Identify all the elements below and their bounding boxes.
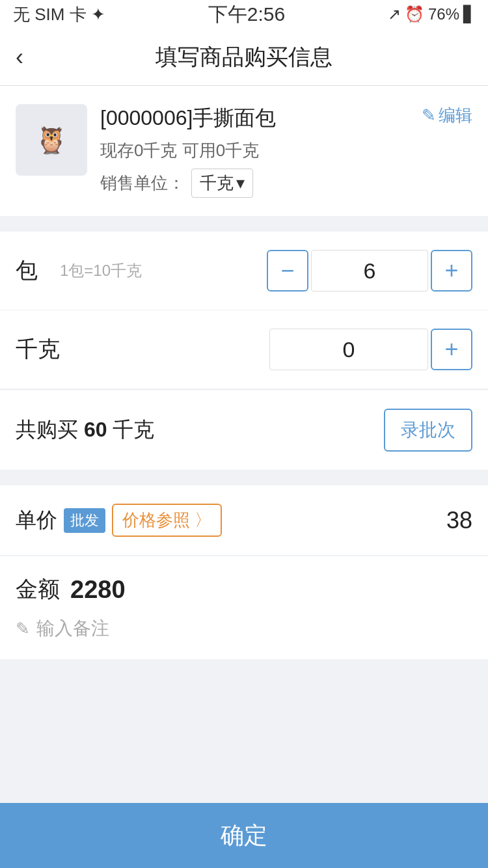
status-time: 下午2:56 — [208, 1, 285, 28]
kilogram-plus-button[interactable]: + — [431, 329, 472, 370]
battery-icon: ▋ — [463, 5, 475, 23]
product-card: 🦉 [0000006]手撕面包 ✎ 编辑 现存0千克 可用0千克 销售单位： 千… — [0, 86, 488, 216]
product-unit-row: 销售单位： 千克 ▾ — [100, 169, 472, 198]
product-name: [0000006]手撕面包 — [100, 104, 276, 133]
page-title: 填写商品购买信息 — [156, 42, 332, 72]
unit-label: 销售单位： — [100, 172, 185, 195]
price-section: 单价 批发 价格参照 〉 38 — [0, 485, 488, 555]
confirm-button[interactable]: 确定 — [0, 803, 488, 868]
dropdown-icon: ▾ — [236, 173, 245, 193]
back-button[interactable]: ‹ — [16, 44, 23, 71]
edit-button[interactable]: ✎ 编辑 — [422, 104, 472, 127]
product-info: [0000006]手撕面包 ✎ 编辑 现存0千克 可用0千克 销售单位： 千克 … — [100, 104, 472, 198]
nav-bar: ‹ 填写商品购买信息 — [0, 29, 488, 86]
package-plus-button[interactable]: + — [431, 250, 472, 292]
package-minus-button[interactable]: − — [267, 250, 308, 292]
kilogram-label: 千克 — [16, 334, 60, 364]
status-right: ↗ ⏰ 76% ▋ — [388, 5, 475, 23]
package-input[interactable] — [311, 250, 428, 292]
edit-label: 编辑 — [439, 104, 472, 127]
kilogram-stepper: + — [269, 329, 472, 370]
remark-text: 输入备注 — [36, 616, 109, 641]
package-label: 包 — [16, 256, 55, 286]
separator-2 — [0, 478, 488, 485]
price-tag: 批发 — [64, 508, 105, 533]
kilogram-input[interactable] — [269, 329, 428, 370]
remark-row[interactable]: ✎ 输入备注 — [16, 616, 472, 641]
package-row: 包 1包=10千克 − + — [0, 232, 488, 310]
total-unit: 千克 — [113, 418, 154, 441]
battery-text: 76% — [428, 5, 459, 23]
amount-row: 金额 2280 — [16, 575, 472, 604]
alarm-icon: ⏰ — [405, 5, 424, 23]
product-header-row: [0000006]手撕面包 ✎ 编辑 — [100, 104, 472, 139]
status-bar: 无 SIM 卡 ✦ 下午2:56 ↗ ⏰ 76% ▋ — [0, 0, 488, 29]
content-body — [0, 660, 488, 803]
product-logo: 🦉 — [35, 125, 68, 156]
kilogram-row: 千克 + — [0, 310, 488, 389]
total-row: 共购买 60 千克 录批次 — [0, 390, 488, 470]
package-stepper: − + — [267, 250, 472, 292]
product-image: 🦉 — [16, 104, 87, 176]
status-sim: 无 SIM 卡 ✦ — [13, 3, 105, 26]
price-label: 单价 — [16, 506, 57, 535]
record-batch-button[interactable]: 录批次 — [384, 409, 472, 452]
package-sublabel: 1包=10千克 — [60, 260, 142, 281]
total-quantity: 60 — [84, 418, 107, 441]
unit-value: 千克 — [200, 172, 234, 195]
amount-label: 金额 — [16, 575, 60, 604]
price-ref-button[interactable]: 价格参照 〉 — [112, 504, 222, 537]
amount-value: 2280 — [70, 576, 126, 604]
package-input-section: 包 1包=10千克 − + 千克 + — [0, 232, 488, 389]
total-prefix: 共购买 — [16, 418, 78, 441]
unit-select[interactable]: 千克 ▾ — [191, 169, 253, 198]
amount-section: 金额 2280 ✎ 输入备注 — [0, 556, 488, 659]
price-value: 38 — [446, 507, 472, 534]
product-stock: 现存0千克 可用0千克 — [100, 139, 472, 162]
separator-1 — [0, 224, 488, 232]
confirm-button-label: 确定 — [221, 820, 267, 852]
location-icon: ↗ — [388, 5, 401, 23]
edit-icon: ✎ — [422, 105, 436, 126]
total-text: 共购买 60 千克 — [16, 416, 154, 444]
remark-icon: ✎ — [16, 619, 30, 639]
